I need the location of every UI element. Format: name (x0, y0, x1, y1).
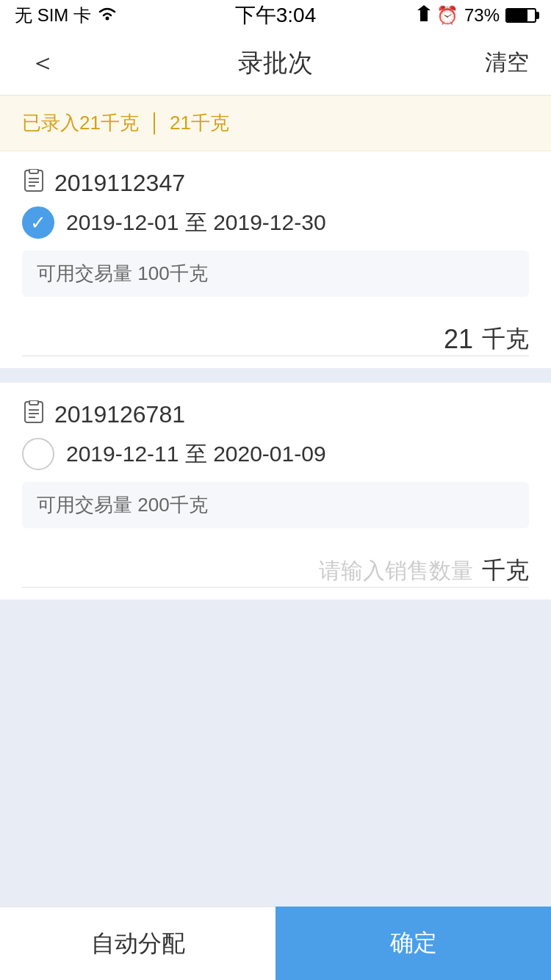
batch-id-2: 2019126781 (54, 401, 185, 428)
batch-item-1: 2019112347 ✓ 2019-12-01 至 2019-12-30 可用交… (0, 151, 551, 311)
input-unit-2: 千克 (482, 555, 529, 587)
batch-id-1: 2019112347 (54, 170, 185, 197)
battery-percent: 73% (464, 5, 500, 26)
auto-distribute-button[interactable]: 自动分配 (0, 907, 276, 980)
avail-text-1: 可用交易量 100千克 (37, 262, 208, 284)
clear-button[interactable]: 清空 (485, 48, 529, 78)
avail-text-2: 可用交易量 200千克 (37, 494, 208, 516)
svg-rect-2 (29, 169, 38, 173)
radio-2[interactable] (22, 438, 54, 470)
batch-avail-1: 可用交易量 100千克 (22, 251, 529, 297)
status-bar: 无 SIM 卡 下午3:04 ⏰ 73% (0, 0, 551, 31)
info-banner: 已录入21千克 21千克 (0, 96, 551, 151)
nav-bar: ＜ 录批次 清空 (0, 31, 551, 96)
bottom-bar: 自动分配 确定 (0, 907, 551, 980)
check-icon-1: ✓ (30, 212, 46, 234)
alarm-icon: ⏰ (436, 5, 458, 26)
qty-value-1: 21 (444, 324, 473, 355)
status-right: ⏰ 73% (417, 5, 536, 26)
recorded-value: 21千克 (170, 110, 229, 136)
batch-icon-2 (22, 400, 46, 429)
batch-date-2: 2019-12-11 至 2020-01-09 (66, 439, 326, 469)
page-title: 录批次 (238, 46, 313, 80)
carrier-text: 无 SIM 卡 (15, 4, 91, 27)
batch-icon-1 (22, 169, 46, 198)
page-content: 2019112347 ✓ 2019-12-01 至 2019-12-30 可用交… (0, 151, 551, 962)
battery-icon (505, 8, 536, 23)
input-row-2: 千克 (0, 543, 551, 587)
batch-header-1: 2019112347 (22, 169, 529, 198)
section-separator (0, 368, 551, 383)
divider-line-1 (22, 356, 529, 356)
recorded-label: 已录入21千克 (22, 110, 139, 136)
input-divider-2 (0, 587, 551, 599)
wifi-icon (97, 5, 118, 26)
batch-date-row-1: ✓ 2019-12-01 至 2019-12-30 (22, 206, 529, 239)
batch-item-2: 2019126781 2019-12-11 至 2020-01-09 可用交易量… (0, 383, 551, 543)
status-time: 下午3:04 (235, 1, 317, 29)
qty-divider-1 (0, 356, 551, 368)
info-divider (154, 112, 155, 134)
qty-row-1: 21 千克 (0, 311, 551, 356)
batch-date-row-2: 2019-12-11 至 2020-01-09 (22, 438, 529, 470)
radio-1[interactable]: ✓ (22, 206, 54, 239)
svg-point-0 (106, 17, 109, 21)
qty-unit-1: 千克 (482, 323, 529, 356)
confirm-button[interactable]: 确定 (276, 907, 551, 980)
divider-line-2 (22, 587, 529, 588)
batch-header-2: 2019126781 (22, 400, 529, 429)
batch-avail-2: 可用交易量 200千克 (22, 482, 529, 528)
batch-date-1: 2019-12-01 至 2019-12-30 (66, 208, 326, 238)
qty-input-2[interactable] (253, 558, 473, 583)
status-left: 无 SIM 卡 (15, 4, 118, 27)
location-icon (417, 5, 431, 26)
back-button[interactable]: ＜ (22, 37, 63, 88)
svg-rect-7 (29, 400, 38, 405)
